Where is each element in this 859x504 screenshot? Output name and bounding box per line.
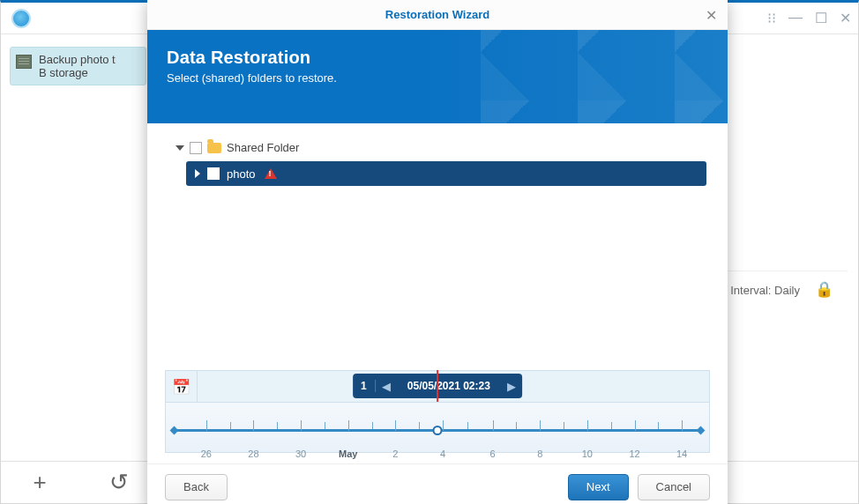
close-icon[interactable]: ✕ xyxy=(706,7,717,24)
child-checkbox[interactable] xyxy=(207,167,220,180)
expand-arrow-icon[interactable] xyxy=(176,145,184,151)
sidebar: Backup photo t B storage xyxy=(1,38,146,503)
prev-version-button[interactable]: ◀ xyxy=(376,380,397,393)
window-minimize-icon[interactable]: — xyxy=(788,10,803,26)
task-calendar-icon xyxy=(16,55,32,69)
timeline-label: 6 xyxy=(490,448,496,459)
tree-root-row[interactable]: Shared Folder xyxy=(176,141,706,154)
banner-title: Data Restoration xyxy=(167,48,708,68)
cancel-button[interactable]: Cancel xyxy=(638,474,710,500)
root-checkbox[interactable] xyxy=(190,142,202,154)
window-maximize-icon[interactable]: ☐ xyxy=(815,10,827,26)
timeline-label: 28 xyxy=(248,448,258,459)
version-datetime: 05/05/2021 02:23 xyxy=(397,380,501,392)
timeline-top: 📅 1 ◀ 05/05/2021 02:23 ▶ xyxy=(165,370,710,402)
restoration-wizard-modal: Restoration Wizard ✕ Data Restoration Se… xyxy=(147,0,728,504)
modal-banner: Data Restoration Select (shared) folders… xyxy=(147,30,728,123)
window-controls: ⁝⁝ — ☐ ✕ xyxy=(767,10,851,26)
lock-icon[interactable]: 🔒 xyxy=(815,280,833,299)
warning-icon xyxy=(265,168,277,179)
timeline-label: 8 xyxy=(537,448,542,459)
window-close-icon[interactable]: ✕ xyxy=(840,10,851,26)
timeline-bubble: 1 ◀ 05/05/2021 02:23 ▶ xyxy=(353,374,522,398)
timeline-axis-panel[interactable]: 262830May2468101214 xyxy=(165,402,710,453)
modal-footer: Back Next Cancel xyxy=(147,463,728,504)
folder-icon xyxy=(207,143,221,153)
window-menu-icon[interactable]: ⁝⁝ xyxy=(767,10,776,26)
task-title-line2: B storage xyxy=(39,66,116,79)
modal-titlebar: Restoration Wizard ✕ xyxy=(147,0,728,30)
app-logo-icon xyxy=(11,9,31,28)
banner-subtitle: Select (shared) folders to restore. xyxy=(167,71,708,85)
timeline-label: 4 xyxy=(440,448,445,459)
root-label: Shared Folder xyxy=(227,141,299,154)
timeline-label: 14 xyxy=(676,448,687,459)
calendar-button[interactable]: 📅 xyxy=(166,371,198,403)
modal-title: Restoration Wizard xyxy=(385,8,489,21)
timeline-marker[interactable] xyxy=(433,426,443,435)
timeline-label: 2 xyxy=(392,448,398,459)
child-label: photo xyxy=(227,167,256,181)
tree-child-row[interactable]: photo xyxy=(186,161,706,186)
version-count: 1 xyxy=(353,380,376,392)
timeline-label: 26 xyxy=(201,448,212,459)
next-button[interactable]: Next xyxy=(568,474,629,500)
timeline: 📅 1 ◀ 05/05/2021 02:23 ▶ 262830May246810… xyxy=(165,370,710,453)
history-button[interactable]: ↺ xyxy=(93,469,146,496)
next-version-button[interactable]: ▶ xyxy=(501,380,522,393)
timeline-label: 30 xyxy=(295,448,306,459)
back-button[interactable]: Back xyxy=(165,474,228,500)
expand-arrow-icon[interactable] xyxy=(195,169,200,178)
timeline-label: 12 xyxy=(629,448,639,459)
timeline-label: 10 xyxy=(582,448,593,459)
backup-task-item[interactable]: Backup photo t B storage xyxy=(10,47,146,85)
task-title-line1: Backup photo t xyxy=(39,53,116,66)
modal-body: Shared Folder photo xyxy=(147,123,728,370)
add-button[interactable]: + xyxy=(13,469,66,496)
timeline-label: May xyxy=(339,448,357,459)
